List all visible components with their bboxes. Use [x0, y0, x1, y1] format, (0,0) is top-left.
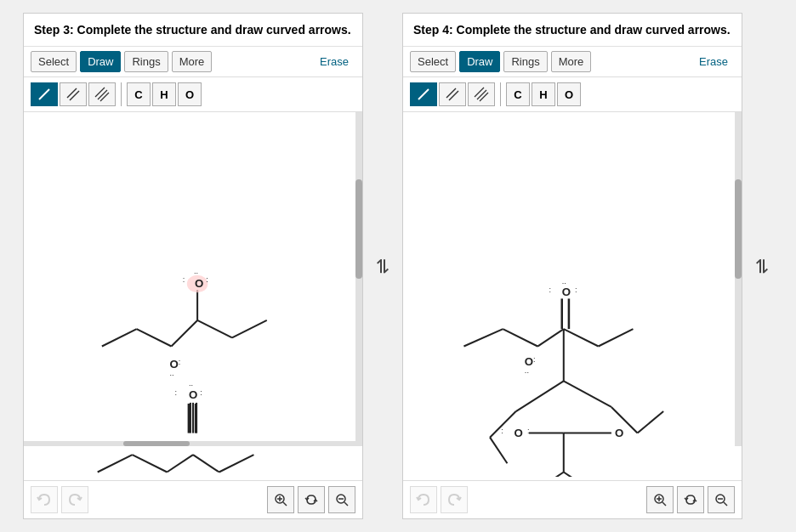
draw-button-step4[interactable]: Draw	[459, 51, 500, 72]
single-bond-button-step4[interactable]	[410, 82, 437, 106]
oxygen-button-step3[interactable]: O	[178, 82, 202, 106]
svg-line-8	[197, 320, 232, 337]
svg-line-11	[171, 320, 197, 347]
svg-text::: :	[206, 275, 208, 284]
svg-line-4	[98, 90, 107, 99]
svg-line-27	[167, 455, 193, 472]
svg-text::: :	[501, 427, 503, 435]
erase-button-step3[interactable]: Erase	[313, 52, 355, 71]
hydrogen-button-step4[interactable]: H	[532, 82, 555, 106]
select-button-step4[interactable]: Select	[410, 51, 456, 72]
main-container: Step 3: Complete the structure and draw …	[6, 0, 790, 532]
svg-text:..: ..	[525, 366, 529, 375]
svg-text:..: ..	[169, 369, 173, 377]
svg-line-67	[490, 438, 507, 464]
bottom-toolbar-step3	[24, 480, 362, 518]
panel-step4: Step 4: Complete the structure and draw …	[402, 13, 742, 518]
panel-step3: Step 3: Complete the structure and draw …	[23, 13, 363, 518]
rings-button-step4[interactable]: Rings	[503, 51, 547, 72]
svg-text::: :	[183, 275, 185, 284]
scrollbar-thumb-step4	[735, 179, 742, 280]
svg-line-49	[480, 93, 488, 101]
svg-line-47	[475, 88, 484, 97]
carbon-button-step3[interactable]: C	[127, 82, 151, 106]
svg-text::: :	[533, 355, 536, 364]
scrollbar-right-step4[interactable]	[735, 112, 742, 446]
svg-line-74	[564, 381, 611, 407]
svg-line-46	[449, 91, 458, 100]
svg-line-45	[446, 88, 456, 98]
triple-bond-button-step4[interactable]	[468, 82, 495, 106]
svg-line-55	[537, 329, 564, 346]
svg-line-28	[193, 455, 219, 472]
canvas-step4[interactable]: O : .. O : : ..	[403, 112, 742, 480]
svg-text:O: O	[615, 427, 623, 439]
select-button-step3[interactable]: Select	[31, 51, 77, 72]
toolbar-step3: Select Draw Rings More Erase	[24, 47, 362, 77]
equilibrium-arrow: ⇌	[372, 255, 394, 277]
triple-bond-button-step3[interactable]	[88, 82, 116, 106]
more-button-step3[interactable]: More	[172, 51, 213, 72]
zoom-reset-button-step3[interactable]	[298, 486, 325, 513]
rings-button-step3[interactable]: Rings	[124, 51, 168, 72]
svg-line-76	[638, 411, 664, 433]
redo-button-step3[interactable]	[61, 486, 88, 513]
svg-line-48	[477, 90, 486, 99]
svg-line-5	[100, 93, 109, 101]
zoom-in-button-step4[interactable]	[646, 486, 674, 513]
double-bond-button-step3[interactable]	[60, 82, 87, 106]
zoom-reset-button-step4[interactable]	[677, 486, 704, 513]
svg-text:..: ..	[562, 277, 566, 286]
svg-line-42	[344, 502, 348, 506]
svg-line-3	[95, 88, 105, 97]
canvas-step3[interactable]: O : : .. O : ..	[24, 112, 362, 480]
carbon-button-step4[interactable]: C	[506, 82, 530, 106]
svg-line-2	[70, 91, 79, 100]
svg-text::: :	[575, 286, 577, 294]
svg-line-20	[98, 455, 133, 472]
scrollbar-bottom-step3[interactable]	[24, 441, 355, 446]
redo-button-step4[interactable]	[441, 486, 468, 513]
svg-text::: :	[175, 388, 178, 397]
svg-line-62	[564, 329, 599, 346]
undo-button-step4[interactable]	[410, 486, 437, 513]
svg-line-44	[418, 89, 429, 99]
right-arrow: ⇌	[751, 255, 773, 277]
bond-tools-step3: C H O	[24, 77, 362, 112]
zoom-out-button-step4[interactable]	[708, 486, 735, 513]
svg-text::: :	[549, 286, 551, 294]
scrollbar-right-step3[interactable]	[355, 112, 362, 446]
svg-text::: :	[200, 388, 202, 397]
zoom-out-button-step3[interactable]	[328, 486, 355, 513]
bottom-toolbar-step4	[403, 480, 742, 518]
oxygen-button-step4[interactable]: O	[557, 82, 581, 106]
svg-line-7	[137, 329, 172, 346]
erase-button-step4[interactable]: Erase	[692, 52, 735, 71]
svg-text:O: O	[195, 277, 203, 290]
svg-text:..: ..	[194, 267, 198, 275]
svg-line-65	[516, 381, 564, 411]
svg-line-0	[39, 89, 49, 99]
svg-line-38	[283, 502, 287, 506]
draw-button-step3[interactable]: Draw	[80, 51, 121, 72]
svg-text:..: ..	[189, 379, 193, 388]
svg-line-50	[463, 329, 503, 346]
double-bond-button-step4[interactable]	[439, 82, 466, 106]
svg-text:O: O	[515, 427, 523, 439]
svg-line-79	[537, 473, 564, 477]
hydrogen-button-step3[interactable]: H	[152, 82, 176, 106]
zoom-in-button-step3[interactable]	[267, 486, 294, 513]
svg-line-63	[599, 329, 634, 346]
undo-button-step3[interactable]	[31, 486, 58, 513]
more-button-step4[interactable]: More	[551, 51, 592, 72]
svg-line-1	[67, 88, 77, 98]
molecule-svg-step4: O : .. O : : ..	[403, 112, 742, 477]
scrollbar-thumb-step3	[355, 179, 362, 280]
bond-tools-step4: C H O	[403, 77, 742, 112]
bond-separator-step3	[121, 82, 122, 106]
single-bond-button-step3[interactable]	[31, 82, 58, 106]
svg-text::: :	[179, 358, 181, 366]
panel-step3-title: Step 3: Complete the structure and draw …	[24, 14, 362, 47]
svg-line-6	[102, 329, 137, 346]
svg-line-81	[662, 502, 666, 506]
